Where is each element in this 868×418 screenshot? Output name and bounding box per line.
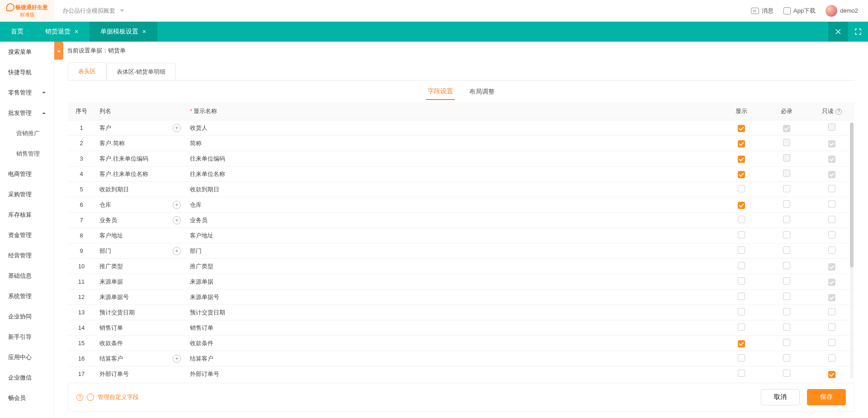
checkbox[interactable] xyxy=(738,202,745,209)
cell-display-name[interactable]: 收款到期日 xyxy=(185,182,719,197)
sidebar-item-16[interactable]: 企业微信 xyxy=(0,367,54,388)
checkbox[interactable] xyxy=(738,156,745,163)
sidebar-item-15[interactable]: 应用中心 xyxy=(0,347,54,367)
scope-tab-0[interactable]: 表头区 xyxy=(68,62,106,81)
sidebar-item-14[interactable]: 新手引导 xyxy=(0,327,54,347)
sidebar-item-3[interactable]: 批发管理 xyxy=(0,103,54,123)
close-icon[interactable]: ✕ xyxy=(74,28,79,35)
close-icon[interactable]: ✕ xyxy=(142,28,146,35)
sidebar-item-11[interactable]: 基础信息 xyxy=(0,266,54,286)
checkbox[interactable] xyxy=(738,216,745,223)
tab-1[interactable]: 销货退货✕ xyxy=(34,22,90,42)
cell-display-name[interactable]: 推广类型 xyxy=(185,259,719,274)
checkbox[interactable] xyxy=(738,370,745,377)
tab-0[interactable]: 首页 xyxy=(0,22,34,42)
plus-icon[interactable]: + xyxy=(173,216,181,224)
checkbox[interactable] xyxy=(738,262,745,269)
plus-icon[interactable]: + xyxy=(173,124,181,132)
collapse-handle[interactable]: » xyxy=(54,42,63,60)
checkbox[interactable] xyxy=(828,308,835,315)
fullscreen-button[interactable] xyxy=(848,22,868,42)
cell-display-name[interactable]: 收款条件 xyxy=(185,336,719,351)
cell-display-name[interactable]: 往来单位编码 xyxy=(185,151,719,166)
cell-display-name[interactable]: 往来单位名称 xyxy=(185,166,719,182)
checkbox[interactable] xyxy=(828,371,835,378)
scope-tab-1[interactable]: 表体区-销货单明细 xyxy=(106,63,176,81)
checkbox[interactable] xyxy=(828,323,835,331)
cell-display-name[interactable]: 结算客户 xyxy=(185,351,719,366)
checkbox[interactable] xyxy=(738,185,745,192)
checkbox[interactable] xyxy=(738,293,745,300)
checkbox[interactable] xyxy=(738,231,745,238)
checkbox[interactable] xyxy=(828,200,835,208)
checkbox[interactable] xyxy=(828,216,835,223)
logo[interactable]: 畅捷通好生意 标准版 xyxy=(0,0,54,22)
sidebar-item-9[interactable]: 资金管理 xyxy=(0,225,54,245)
scrollbar[interactable] xyxy=(850,123,854,378)
cell-display-name[interactable]: 部门 xyxy=(185,243,719,259)
cell-display-name[interactable]: 销售订单 xyxy=(185,320,719,336)
cell-display-name[interactable]: 来源单据 xyxy=(185,274,719,290)
sidebar-item-6[interactable]: 电商管理 xyxy=(0,164,54,184)
checkbox[interactable] xyxy=(738,171,745,178)
sidebar-item-10[interactable]: 经营管理 xyxy=(0,245,54,266)
checkbox[interactable] xyxy=(783,370,790,377)
checkbox[interactable] xyxy=(783,247,790,254)
checkbox[interactable] xyxy=(828,231,835,238)
checkbox[interactable] xyxy=(738,140,745,147)
subnav-1[interactable]: 布局调整 xyxy=(467,84,496,100)
help-icon[interactable]: ? xyxy=(835,109,842,115)
checkbox[interactable] xyxy=(783,216,790,223)
checkbox[interactable] xyxy=(738,340,745,347)
plus-icon[interactable]: + xyxy=(173,201,181,209)
checkbox[interactable] xyxy=(828,185,835,192)
checkbox[interactable] xyxy=(783,354,790,361)
cell-display-name[interactable]: 简称 xyxy=(185,136,719,151)
checkbox[interactable] xyxy=(738,354,745,361)
checkbox[interactable] xyxy=(783,293,790,300)
sidebar-item-0[interactable]: 搜索菜单 xyxy=(0,42,54,62)
subnav-0[interactable]: 字段设置 xyxy=(426,84,455,100)
checkbox[interactable] xyxy=(738,247,745,254)
cell-display-name[interactable]: 收货人 xyxy=(185,120,719,136)
sidebar-item-7[interactable]: 采购管理 xyxy=(0,184,54,204)
sidebar-item-17[interactable]: 畅会员 xyxy=(0,388,54,408)
sidebar-item-1[interactable]: 快捷导航 xyxy=(0,62,54,82)
checkbox[interactable] xyxy=(783,200,790,208)
sidebar-item-12[interactable]: 系统管理 xyxy=(0,286,54,306)
manage-custom-fields[interactable]: ? 管理自定义字段 xyxy=(76,393,139,401)
cell-display-name[interactable]: 客户地址 xyxy=(185,228,719,243)
account-set-select[interactable]: 办公品行业模拟账套 xyxy=(62,7,124,15)
messages-button[interactable]: 消息 xyxy=(751,7,774,15)
cell-display-name[interactable]: 业务员 xyxy=(185,213,719,228)
app-download-button[interactable]: App下载 xyxy=(783,7,816,15)
sidebar-item-2[interactable]: 零售管理 xyxy=(0,82,54,103)
sidebar-item-5[interactable]: 销售管理 xyxy=(0,143,54,164)
cancel-button[interactable]: 取消 xyxy=(761,389,800,405)
plus-icon[interactable]: + xyxy=(173,355,181,363)
cell-display-name[interactable]: 外部订单号 xyxy=(185,366,719,379)
scroll-thumb[interactable] xyxy=(850,123,854,267)
plus-icon[interactable]: + xyxy=(173,247,181,255)
user-menu[interactable]: demo2 xyxy=(826,5,858,17)
checkbox[interactable] xyxy=(783,231,790,238)
checkbox[interactable] xyxy=(783,185,790,192)
cell-display-name[interactable]: 来源单据号 xyxy=(185,290,719,305)
checkbox[interactable] xyxy=(783,339,790,346)
cell-display-name[interactable]: 预计交货日期 xyxy=(185,305,719,320)
tab-2[interactable]: 单据模板设置✕ xyxy=(90,22,157,42)
cell-display-name[interactable]: 仓库 xyxy=(185,197,719,213)
sidebar-item-8[interactable]: 库存核算 xyxy=(0,204,54,225)
checkbox[interactable] xyxy=(828,354,835,361)
checkbox[interactable] xyxy=(783,323,790,331)
sidebar-item-4[interactable]: 营销推广 xyxy=(0,123,54,143)
checkbox[interactable] xyxy=(738,308,745,315)
checkbox[interactable] xyxy=(828,339,835,346)
sidebar-item-13[interactable]: 企业协同 xyxy=(0,306,54,327)
save-button[interactable]: 保存 xyxy=(807,389,846,405)
close-tab-button[interactable] xyxy=(828,22,848,42)
checkbox[interactable] xyxy=(783,277,790,285)
checkbox[interactable] xyxy=(783,262,790,269)
checkbox[interactable] xyxy=(738,323,745,331)
checkbox[interactable] xyxy=(783,308,790,315)
